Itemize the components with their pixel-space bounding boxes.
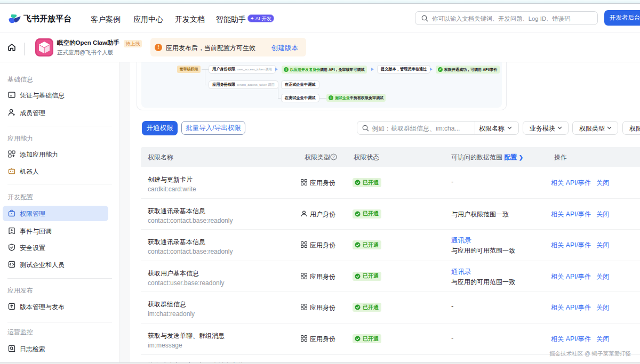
svg-text:?: ?	[332, 155, 335, 159]
